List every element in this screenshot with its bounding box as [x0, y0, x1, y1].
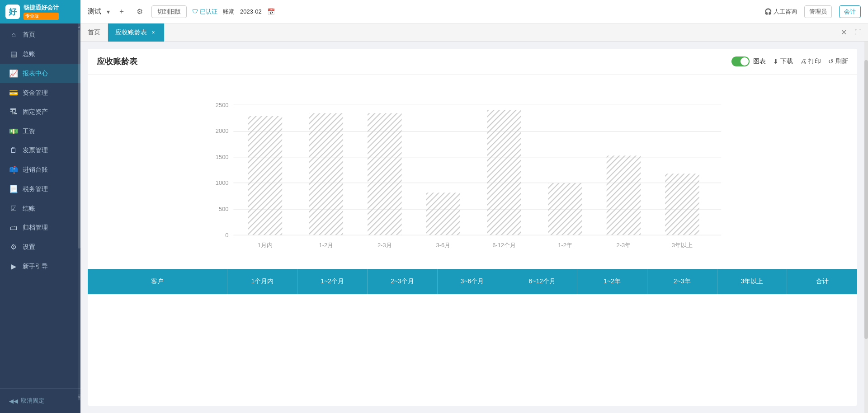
sidebar-item-settings[interactable]: ⚙ 设置 [0, 237, 80, 257]
close-tab-button[interactable]: ✕ [837, 26, 850, 39]
chart-toggle[interactable]: 图表 [731, 56, 766, 66]
sidebar-item-invoice[interactable]: 🗒 发票管理 [0, 141, 80, 160]
sidebar-item-settle[interactable]: ☑ 结账 [0, 199, 80, 218]
accountant-button[interactable]: 会计 [839, 5, 861, 18]
project-name: 测试 [88, 7, 101, 16]
content-area: 应收账龄表 图表 ⬇ 下载 [80, 42, 868, 413]
col-customer: 客户 [88, 269, 227, 294]
cancel-fixed-button[interactable]: ◀◀ 取消固定 [0, 393, 80, 408]
app-name: 畅捷通好会计 [24, 4, 59, 12]
switch-version-button[interactable]: 切到旧版 [151, 5, 187, 18]
sidebar-bottom: ◀◀ 取消固定 [0, 388, 80, 413]
sidebar-item-label: 工资 [23, 127, 35, 136]
scroll-up-btn[interactable]: ▲ [78, 23, 80, 30]
y-label-2500: 2500 [216, 102, 229, 108]
bar-1-2月 [309, 113, 344, 235]
sidebar-item-label: 结账 [23, 205, 35, 213]
main-area: 测试 ▾ ＋ ⚙ 切到旧版 🛡 已认证 账期 2023-02 📅 🎧 人工咨询 … [80, 0, 868, 413]
home-icon: ⌂ [9, 31, 18, 39]
right-scrollbar[interactable] [864, 42, 868, 413]
tab-close-button[interactable]: × [150, 29, 157, 36]
x-label-1月内: 1月内 [258, 242, 273, 249]
sidebar-item-assets[interactable]: 🏗 固定资产 [0, 103, 80, 122]
sidebar-nav: ⌂ 首页 ▤ 总账 📈 报表中心 💳 资金管理 🏗 固定资产 💵 工资 🗒 发票… [0, 23, 80, 388]
table-area: 客户 1个月内 1~2个月 2~3个月 3~6个月 6~12个月 1~2年 2~… [88, 269, 857, 406]
tab-ar-aging-label: 应收账龄表 [115, 28, 147, 37]
right-scrollbar-thumb [864, 60, 868, 339]
expand-tab-button[interactable]: ⛶ [852, 26, 864, 39]
logo-text: 畅捷通好会计 专业版 [24, 4, 59, 20]
settings-button[interactable]: ⚙ [133, 5, 146, 18]
sidebar-item-guide[interactable]: ▶ 新手引导 [0, 257, 80, 276]
y-label-500: 500 [219, 206, 229, 212]
topbar: 测试 ▾ ＋ ⚙ 切到旧版 🛡 已认证 账期 2023-02 📅 🎧 人工咨询 … [80, 0, 868, 23]
col-3year-plus: 3年以上 [717, 269, 788, 294]
x-label-3-6月: 3-6月 [436, 242, 450, 249]
assets-icon: 🏗 [9, 108, 18, 116]
col-6-12month: 6~12个月 [507, 269, 577, 294]
sidebar-item-label: 资金管理 [23, 89, 48, 97]
sidebar-item-reports[interactable]: 📈 报表中心 [0, 64, 80, 83]
download-icon: ⬇ [773, 58, 778, 65]
bar-2-3月 [368, 113, 402, 235]
col-1-2month: 1~2个月 [297, 269, 368, 294]
chart-toggle-label: 图表 [753, 57, 766, 66]
tabs-actions: ✕ ⛶ [837, 26, 868, 39]
sidebar-item-home[interactable]: ⌂ 首页 [0, 25, 80, 44]
page-content: 应收账龄表 图表 ⬇ 下载 [88, 49, 857, 406]
print-button[interactable]: 🖨 打印 [800, 57, 821, 66]
add-button[interactable]: ＋ [115, 5, 128, 18]
sidebar-item-inventory[interactable]: 📫 进销台账 [0, 160, 80, 179]
calendar-icon[interactable]: 📅 [267, 8, 275, 15]
headset-icon: 🎧 [764, 8, 772, 15]
tab-home[interactable]: 首页 [80, 23, 108, 42]
sidebar-item-tax[interactable]: 📃 税务管理 [0, 179, 80, 199]
table-header: 客户 1个月内 1~2个月 2~3个月 3~6个月 6~12个月 1~2年 2~… [88, 269, 857, 294]
sidebar-item-label: 设置 [23, 243, 35, 251]
bar-3-6月 [426, 192, 461, 235]
chart-area: 0 500 1000 1500 2000 2500 [88, 75, 857, 269]
sidebar-item-label: 归档管理 [23, 224, 48, 232]
ledger-icon: ▤ [9, 50, 18, 58]
page-wrapper: 应收账龄表 图表 ⬇ 下载 [80, 42, 868, 413]
x-label-2-3月: 2-3月 [377, 242, 392, 249]
project-dropdown-icon[interactable]: ▾ [107, 8, 110, 15]
page-inner: 应收账龄表 图表 ⬇ 下载 [80, 42, 864, 413]
x-label-6-12月: 6-12个月 [492, 242, 516, 249]
sidebar-item-label: 进销台账 [23, 166, 48, 174]
tab-ar-aging[interactable]: 应收账龄表 × [108, 23, 165, 42]
y-label-1000: 1000 [216, 179, 229, 186]
y-label-1500: 1500 [216, 154, 229, 160]
period-label: 账期 [223, 8, 235, 16]
certified-label: 已认证 [200, 8, 217, 16]
bar-3年以上 [665, 174, 699, 235]
user-button[interactable]: 管理员 [804, 5, 832, 18]
cancel-fixed-label: 取消固定 [21, 397, 44, 405]
period-value: 2023-02 [240, 8, 262, 15]
refresh-button[interactable]: ↺ 刷新 [828, 57, 848, 66]
page-actions: 图表 ⬇ 下载 🖨 打印 ↺ [731, 56, 848, 66]
topbar-right: 🎧 人工咨询 管理员 会计 [764, 5, 861, 18]
sidebar-item-archive[interactable]: 🗃 归档管理 [0, 218, 80, 237]
funds-icon: 💳 [9, 89, 18, 97]
logo-icon: 好 [5, 5, 20, 19]
bar-chart: 0 500 1000 1500 2000 2500 [97, 79, 848, 264]
sidebar-item-payroll[interactable]: 💵 工资 [0, 122, 80, 141]
download-label: 下载 [780, 57, 793, 66]
bar-2-3年 [607, 155, 641, 235]
print-icon: 🖨 [800, 58, 807, 65]
col-2-3month: 2~3个月 [368, 269, 438, 294]
col-total: 合计 [787, 269, 857, 294]
bar-1月内 [248, 116, 283, 235]
sidebar-item-label: 新手引导 [23, 263, 48, 271]
tabs-bar: 首页 应收账龄表 × ✕ ⛶ [80, 23, 868, 42]
sidebar-item-ledger[interactable]: ▤ 总账 [0, 44, 80, 64]
support-button[interactable]: 🎧 人工咨询 [764, 8, 797, 16]
sidebar-item-funds[interactable]: 💳 资金管理 [0, 83, 80, 103]
reports-icon: 📈 [9, 69, 18, 78]
x-label-3年以上: 3年以上 [672, 242, 693, 249]
download-button[interactable]: ⬇ 下载 [773, 57, 793, 66]
toggle-track[interactable] [731, 56, 750, 66]
sidebar-item-label: 报表中心 [23, 70, 48, 78]
col-2-3year: 2~3年 [647, 269, 717, 294]
